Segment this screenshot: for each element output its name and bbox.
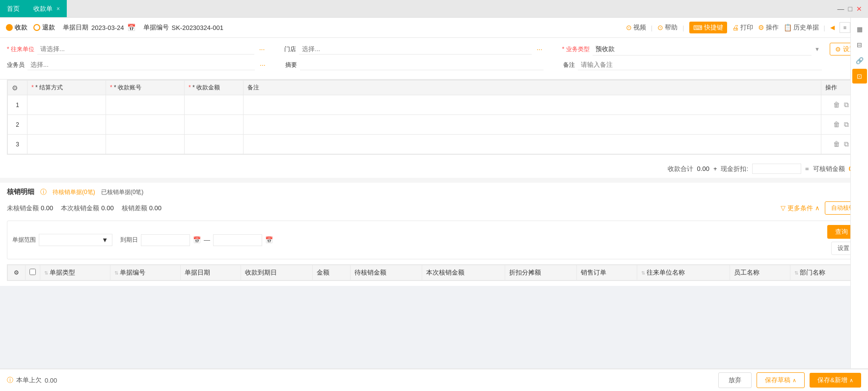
minimize-button[interactable]: — [838,5,844,13]
sep1: | [651,24,652,31]
help-button[interactable]: ⊙ 帮助 [657,23,678,32]
copy-icon-3[interactable]: ⧉ [844,140,849,148]
delete-icon-3[interactable]: 🗑 [833,140,840,148]
number-value[interactable]: SK-20230324-001 [172,24,224,31]
bottom-settings-col[interactable]: ⚙ [8,265,26,280]
delete-icon-1[interactable]: 🗑 [833,101,840,109]
calendar-end-icon[interactable]: 📅 [265,236,273,244]
counterpart-input[interactable] [37,44,254,55]
calendar-start-icon[interactable]: 📅 [193,236,201,244]
filter-right: ▽ 更多条件 ∧ 自动核销 [781,201,861,215]
save-draft-caret[interactable]: ∧ [792,377,796,384]
select-all-checkbox[interactable] [29,269,36,275]
right-panel-btn-1[interactable]: ▦ [852,22,867,36]
form-area: * 往来单位 ··· 门店 ··· * 业务类型 预收款 ▼ ⚙ 设置 [0,38,868,80]
date-value[interactable]: 2023-03-24 [91,24,124,31]
row-settle-2[interactable] [27,115,106,135]
pending-tab[interactable]: 待核销单据(0笔) [53,188,95,196]
table-settings-icon[interactable]: ⚙ [12,84,18,92]
footer-prev-value: 0.00 [45,377,57,384]
copy-icon-2[interactable]: ⧉ [844,120,849,129]
counterpart-more-icon[interactable]: ··· [259,45,265,53]
staff-input[interactable] [27,59,255,70]
business-type-dropdown-icon[interactable]: ▼ [814,46,820,52]
footer-buttons: 放弃 保存草稿 ∧ 保存&新增 ∧ [718,372,861,388]
current-stat: 本次核销金额 0.00 [61,204,113,213]
bottom-date-col: 单据日期 [181,265,241,280]
shortcut-button[interactable]: ⌨ 快捷键 [689,22,727,33]
summary-input[interactable] [300,59,544,70]
sort-icon: ⇅ [641,270,645,276]
done-tab[interactable]: 已核销单据(0笔) [101,188,144,196]
row-account-2[interactable] [106,115,185,135]
due-date-field: 到期日 2022-04-01 📅 — 2022-04-12 📅 [120,234,273,246]
right-panel-btn-2[interactable]: ⊟ [852,37,867,52]
row-settle-3[interactable] [27,135,106,154]
save-new-button[interactable]: 保存&新增 ∧ [810,373,861,388]
save-draft-button[interactable]: 保存草稿 ∧ [757,372,805,388]
remark-input[interactable] [578,59,822,70]
row-remark-1[interactable] [244,95,821,115]
settings-gear-icon: ⚙ [835,46,841,53]
calendar-icon[interactable]: 📅 [127,24,136,31]
discount-label: 现金折扣: [721,165,748,173]
video-button[interactable]: ⊙ 视频 [626,23,646,32]
due-date-end-input[interactable]: 2022-04-12 [213,234,262,246]
row-amount-2[interactable] [185,115,244,135]
writeoff-info-icon[interactable]: ⓘ [40,188,47,196]
tab-receipt-label: 收款单 [33,4,53,13]
bottom-due-col: 收款到期日 [241,265,312,280]
print-button[interactable]: 🖨 打印 [732,23,753,32]
close-button[interactable]: ✕ [856,5,862,13]
right-panel: ▦ ⊟ 🔗 ⊡ [850,18,868,368]
video-label: 视频 [633,23,646,32]
row-amount-1[interactable] [185,95,244,115]
table-row: 2 🗑 ⧉ [8,115,861,135]
print-icon: 🖨 [732,24,739,31]
right-panel-btn-4[interactable]: ⊡ [852,69,867,84]
staff-more-icon[interactable]: ··· [260,61,266,69]
row-num-1: 1 [8,95,27,115]
row-remark-2[interactable] [244,115,821,135]
discount-input[interactable] [752,164,801,174]
row-settle-1[interactable] [27,95,106,115]
abandon-button[interactable]: 放弃 [718,372,752,388]
writeoff-title: 核销明细 [7,188,34,196]
row-amount-3[interactable] [185,135,244,154]
nav-prev-button[interactable]: ◀ [830,24,835,31]
radio-receipt[interactable]: 收款 [6,23,27,32]
history-button[interactable]: 📋 历史单据 [784,23,819,32]
more-conditions-button[interactable]: ▽ 更多条件 ∧ [781,204,820,213]
unrecoiled-stat: 未核销金额 0.00 [7,204,53,213]
store-more-icon[interactable]: ··· [537,45,542,53]
total-row: 收款合计 0.00 + 现金折扣: = 可核销金额 0.00 [0,160,868,178]
row-remark-3[interactable] [244,135,821,154]
date-col-label: 单据日期 [185,269,210,276]
bottom-number-col: ⇅ 单据编号 [110,265,181,280]
staff-col-label: 员工名称 [734,269,760,276]
tab-close-icon[interactable]: × [56,5,60,12]
tab-home-label: 首页 [7,4,20,13]
save-new-caret[interactable]: ∧ [849,377,853,384]
filter-row: 单据范围 ▼ 到期日 2022-04-01 📅 — 2022-04-12 📅 查… [7,221,861,259]
row-account-1[interactable] [106,95,185,115]
settings-col-header[interactable]: ⚙ [8,81,27,95]
bottom-discount-col: 折扣分摊额 [505,265,576,280]
radio-refund[interactable]: 退款 [33,23,55,32]
business-type-label: * 业务类型 [562,45,590,54]
tab-receipt[interactable]: 收款单 × [27,0,67,17]
tab-home[interactable]: 首页 [0,0,27,17]
operation-button[interactable]: ⚙ 操作 [758,23,779,32]
date-range-separator: — [204,236,210,244]
copy-icon-1[interactable]: ⧉ [844,101,849,109]
maximize-button[interactable]: □ [848,5,852,13]
right-panel-btn-3[interactable]: 🔗 [852,53,867,68]
delete-icon-2[interactable]: 🗑 [833,120,840,129]
dept-col-label: 部门名称 [800,269,825,276]
row-account-3[interactable] [106,135,185,154]
range-select[interactable]: ▼ [39,234,112,246]
business-type-value[interactable]: 预收款 [593,43,812,56]
store-input[interactable] [299,44,532,55]
layout-list-button[interactable]: ≡ [840,22,850,33]
due-date-start-input[interactable]: 2022-04-01 [141,234,190,246]
